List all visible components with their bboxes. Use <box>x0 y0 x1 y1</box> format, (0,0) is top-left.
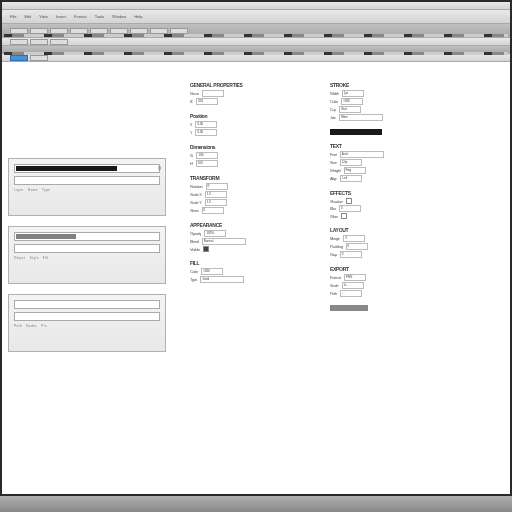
property-label: Glow <box>330 214 338 219</box>
panel-field[interactable] <box>14 312 160 321</box>
artifact-line <box>4 34 508 37</box>
property-input[interactable]: Solid <box>200 276 244 283</box>
property-input[interactable]: PNG <box>344 274 366 281</box>
property-row: Color#000 <box>330 98 438 105</box>
toolbar-button[interactable] <box>130 28 148 34</box>
property-input[interactable]: 1.0 <box>205 199 227 206</box>
secondary-toolbar[interactable] <box>2 54 510 62</box>
panel-sublabel: Style <box>30 256 39 260</box>
menu-item[interactable]: Insert <box>56 14 66 19</box>
property-row: BlendNormal <box>190 238 298 245</box>
property-input[interactable]: 1pt <box>342 90 364 97</box>
property-input[interactable]: Reg <box>344 167 366 174</box>
property-input[interactable]: 0 <box>202 207 224 214</box>
menu-item[interactable]: Edit <box>24 14 31 19</box>
property-input[interactable]: 0 <box>339 205 361 212</box>
toolbar-button[interactable] <box>110 28 128 34</box>
property-input[interactable]: 12pt <box>340 159 362 166</box>
property-input[interactable] <box>202 90 224 97</box>
property-row: ID001 <box>190 98 298 105</box>
toolbar-button-active[interactable] <box>10 55 28 61</box>
property-label: Name <box>190 91 199 96</box>
toolbar-button[interactable] <box>50 39 68 45</box>
bezel-bottom <box>0 494 512 512</box>
property-row: Rotation0° <box>190 183 298 190</box>
toolbar-button[interactable] <box>50 28 68 34</box>
property-group-header: Position <box>190 113 298 119</box>
property-input[interactable]: 0.00 <box>195 129 217 136</box>
menu-item[interactable]: Format <box>74 14 87 19</box>
property-bar <box>330 305 368 311</box>
property-input[interactable]: Miter <box>339 114 383 121</box>
property-group: TRANSFORMRotation0°Scale X1.0Scale Y1.0S… <box>190 175 298 214</box>
toolbar-button[interactable] <box>170 28 188 34</box>
property-label: Visible <box>190 247 200 252</box>
toolbar-button[interactable] <box>30 55 48 61</box>
menu-item[interactable]: Window <box>112 14 126 19</box>
property-label: Align <box>330 176 337 181</box>
property-row: Scale Y1.0 <box>190 199 298 206</box>
property-label: Padding <box>330 244 343 249</box>
property-checkbox[interactable] <box>203 246 209 252</box>
property-input[interactable]: 0 <box>346 243 368 250</box>
layer-panel[interactable]: LayerNameType0 <box>8 158 166 216</box>
toolbar-button[interactable] <box>70 28 88 34</box>
toolbar-button[interactable] <box>10 28 28 34</box>
property-input[interactable]: 100 <box>196 152 218 159</box>
menu-item[interactable]: File <box>10 14 16 19</box>
property-label: Skew <box>190 208 199 213</box>
property-input[interactable]: 0 <box>340 251 362 258</box>
property-input[interactable]: #000 <box>201 268 223 275</box>
property-input[interactable]: 0° <box>206 183 228 190</box>
property-input[interactable]: Butt <box>339 106 361 113</box>
property-label: Color <box>190 269 198 274</box>
panel-field[interactable] <box>14 232 160 241</box>
panel-field[interactable] <box>14 300 160 309</box>
property-input[interactable]: 1x <box>342 282 364 289</box>
menu-bar[interactable]: FileEditViewInsertFormatToolsWindowHelp <box>2 10 510 24</box>
property-group: STROKEWidth1ptColor#000CapButtJoinMiter <box>330 82 438 121</box>
property-label: Rotation <box>190 184 203 189</box>
property-input[interactable]: 1.0 <box>205 191 227 198</box>
property-input[interactable]: 100 <box>196 160 218 167</box>
layer-panel[interactable]: PathNodesPts <box>8 294 166 352</box>
property-group: LAYOUTMargin0Padding0Gap0 <box>330 227 438 258</box>
menu-item[interactable]: Tools <box>95 14 104 19</box>
toolbar-button[interactable] <box>30 28 48 34</box>
main-workspace: LayerNameType0ObjectStyleFillPathNodesPt… <box>2 74 510 494</box>
property-row <box>330 305 438 311</box>
toolbar-button[interactable] <box>10 39 28 45</box>
property-checkbox[interactable] <box>341 213 347 219</box>
toolbar-button[interactable] <box>90 28 108 34</box>
property-input[interactable]: #000 <box>341 98 363 105</box>
panel-field[interactable] <box>14 176 160 185</box>
property-input[interactable]: Left <box>340 175 362 182</box>
property-row: Padding0 <box>330 243 438 250</box>
menu-item[interactable]: View <box>39 14 48 19</box>
property-input[interactable]: Normal <box>202 238 246 245</box>
property-input[interactable]: 001 <box>196 98 218 105</box>
options-bar[interactable] <box>2 38 510 46</box>
property-group-header: LAYOUT <box>330 227 438 233</box>
toolbar-button[interactable] <box>30 39 48 45</box>
property-input[interactable]: 0 <box>343 235 365 242</box>
panel-field[interactable] <box>14 164 160 173</box>
property-row: Color#000 <box>190 268 298 275</box>
property-input[interactable]: 100% <box>204 230 226 237</box>
panel-sublabel: Path <box>14 324 22 328</box>
property-input[interactable]: 0.00 <box>195 121 217 128</box>
toolbar-button[interactable] <box>150 28 168 34</box>
property-label: Gap <box>330 252 337 257</box>
property-group: PositionX0.00Y0.00 <box>190 113 298 136</box>
panel-field[interactable] <box>14 244 160 253</box>
property-label: Scale X <box>190 192 202 197</box>
menu-item[interactable]: Help <box>134 14 142 19</box>
property-input[interactable]: Arial <box>340 151 384 158</box>
panel-sublabel: Type <box>42 188 51 192</box>
property-group-header: EXPORT <box>330 266 438 272</box>
property-input[interactable]: … <box>340 290 362 297</box>
property-checkbox[interactable] <box>346 198 352 204</box>
property-label: Blur <box>330 206 336 211</box>
panel-sublabel: Pts <box>41 324 47 328</box>
layer-panel[interactable]: ObjectStyleFill <box>8 226 166 284</box>
